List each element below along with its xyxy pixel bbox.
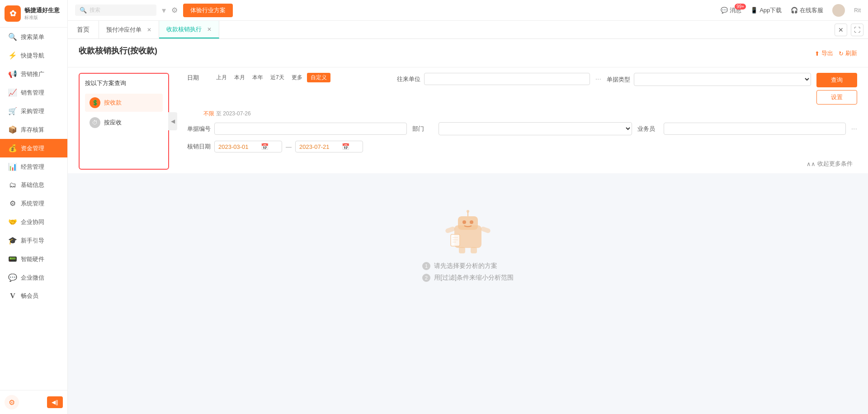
counterparty-more-icon[interactable]: ··· — [595, 75, 601, 83]
empty-tip-1: 1 请先选择要分析的方案 — [422, 262, 514, 270]
sidebar-item-inventory[interactable]: 📦 库存核算 — [0, 120, 67, 139]
page-header-row: 收款核销执行(按收款) ⬆ 导出 ↻ 刷新 — [68, 39, 868, 67]
user-avatar[interactable] — [832, 4, 845, 17]
tab-bar: 首页 预付冲应付单 ✕ 收款核销执行 ✕ ✕ ⛶ — [68, 21, 868, 39]
tab-writeoff-close[interactable]: ✕ — [207, 26, 212, 33]
writeoff-date-end-wrap: 📅 — [295, 141, 363, 152]
svg-rect-1 — [458, 216, 478, 230]
settings-bottom-icon[interactable]: ⚙ — [5, 395, 19, 409]
username-label: Rit — [854, 7, 861, 14]
doc-no-label: 单据编号 — [187, 125, 211, 133]
tab-prepay[interactable]: 预付冲应付单 ✕ — [99, 21, 159, 38]
sidebar-item-system[interactable]: ⚙ 系统管理 — [0, 194, 67, 213]
page-title: 收款核销执行(按收款) — [79, 45, 157, 56]
empty-state: 1 请先选择要分析的方案 2 用[过滤]条件来缩小分析范围 — [68, 173, 868, 318]
tab-home[interactable]: 首页 — [68, 21, 99, 38]
employee-more-icon[interactable]: ··· — [851, 125, 857, 133]
sidebar-item-member[interactable]: V 畅会员 — [0, 287, 67, 305]
doc-type-select[interactable] — [634, 73, 811, 86]
svg-point-5 — [467, 210, 469, 213]
calendar-end-icon[interactable]: 📅 — [342, 143, 349, 150]
tab-prepay-close[interactable]: ✕ — [147, 27, 151, 33]
dept-select[interactable] — [439, 122, 632, 135]
sidebar-item-basic-info[interactable]: 🗂 基础信息 — [0, 176, 67, 194]
employee-input[interactable] — [664, 123, 846, 135]
sidebar-item-wechat[interactable]: 💬 企业微信 — [0, 268, 67, 287]
tab-writeoff[interactable]: 收款核销执行 ✕ — [159, 21, 219, 38]
filter-row-1: 日期 上月 本月 本年 近7天 更多 自定义 往来单位 — [187, 73, 857, 105]
employee-label: 业务员 — [637, 125, 660, 133]
sidebar-collapse-button[interactable]: ◀‖ — [47, 396, 63, 408]
online-service-button[interactable]: 🎧 在线客服 — [791, 6, 823, 14]
hardware-icon: 📟 — [8, 255, 17, 263]
app-download-button[interactable]: 📱 App下载 — [750, 6, 782, 14]
filter-row-3: 核销日期 📅 — 📅 — [187, 141, 857, 152]
industry-solution-button[interactable]: 体验行业方案 — [183, 4, 233, 17]
sidebar-item-sales[interactable]: 📈 销售管理 — [0, 83, 67, 102]
header-right-area: 💬 消息 99+ 📱 App下载 🎧 在线客服 Rit — [721, 4, 861, 17]
this-month-btn[interactable]: 本月 — [231, 73, 248, 82]
app-logo-icon: ✿ — [5, 5, 21, 22]
basic-info-icon: 🗂 — [8, 181, 17, 189]
svg-rect-10 — [451, 234, 460, 246]
sidebar-item-purchase[interactable]: 🛒 采购管理 — [0, 102, 67, 120]
settings-button[interactable]: 设置 — [816, 90, 857, 105]
collapse-more-row: ∧∧ 收起更多条件 — [187, 158, 857, 170]
sidebar-item-shortcut[interactable]: ⚡ 快捷导航 — [0, 46, 67, 65]
writeoff-date-start-input[interactable] — [218, 143, 259, 150]
query-button[interactable]: 查询 — [816, 73, 857, 87]
wechat-icon: 💬 — [8, 273, 17, 282]
svg-rect-9 — [471, 247, 477, 253]
filter-sidebar-title: 按以下方案查询 — [85, 79, 163, 87]
svg-point-3 — [470, 220, 473, 224]
custom-date-btn[interactable]: 自定义 — [307, 73, 330, 82]
export-icon: ⬆ — [815, 50, 820, 57]
finance-icon: 💰 — [8, 144, 17, 152]
search-menu-icon: 🔍 — [8, 33, 17, 41]
svg-rect-8 — [459, 247, 465, 253]
writeoff-date-end-input[interactable] — [299, 143, 340, 150]
calendar-start-icon[interactable]: 📅 — [261, 143, 269, 150]
filter-option-by-receivable[interactable]: ⏱ 按应收 — [85, 114, 163, 132]
last-7-days-btn[interactable]: 近7天 — [268, 73, 287, 82]
message-button[interactable]: 💬 消息 99+ — [721, 6, 741, 14]
service-icon: 🎧 — [791, 7, 798, 14]
header-search[interactable]: 🔍 搜索 — [75, 5, 156, 16]
date-quick-btns: 上月 本月 本年 近7天 更多 自定义 — [213, 73, 330, 82]
sidebar-item-marketing[interactable]: 📢 营销推广 — [0, 65, 67, 83]
counterparty-input[interactable] — [424, 73, 590, 85]
dept-cell: 部门 — [412, 122, 632, 135]
this-year-btn[interactable]: 本年 — [250, 73, 266, 82]
sidebar-navigation: 🔍 搜索菜单 ⚡ 快捷导航 📢 营销推广 📈 销售管理 🛒 采购管理 📦 库存核… — [0, 28, 67, 390]
dept-label: 部门 — [412, 125, 435, 133]
sidebar-item-search[interactable]: 🔍 搜索菜单 — [0, 28, 67, 46]
tab-actions: ✕ ⛶ — [830, 21, 868, 38]
sidebar-item-enterprise[interactable]: 🤝 企业协同 — [0, 213, 67, 231]
last-month-btn[interactable]: 上月 — [213, 73, 230, 82]
main-area: 🔍 搜索 ▾ ⚙ 体验行业方案 💬 消息 99+ 📱 App下载 🎧 在线客服 … — [68, 0, 868, 414]
by-receipt-icon: 💲 — [90, 97, 100, 108]
filter-sidebar-collapse-btn[interactable]: ◀ — [168, 112, 177, 130]
header-gear-icon[interactable]: ⚙ — [171, 6, 178, 14]
export-button[interactable]: ⬆ 导出 — [815, 49, 833, 57]
doc-no-input[interactable] — [214, 123, 407, 135]
sidebar-item-guide[interactable]: 🎓 新手引导 — [0, 231, 67, 250]
employee-cell: 业务员 ··· — [637, 123, 857, 135]
date-filter-cell: 日期 上月 本月 本年 近7天 更多 自定义 — [187, 73, 392, 82]
collapse-more-button[interactable]: ∧∧ 收起更多条件 — [802, 158, 857, 170]
guide-icon: 🎓 — [8, 236, 17, 245]
top-header: 🔍 搜索 ▾ ⚙ 体验行业方案 💬 消息 99+ 📱 App下载 🎧 在线客服 … — [68, 0, 868, 21]
logo-area: ✿ 畅捷通好生意 标准版 — [0, 0, 67, 28]
more-date-btn[interactable]: 更多 — [289, 73, 305, 82]
sidebar-item-hardware[interactable]: 📟 智能硬件 — [0, 250, 67, 268]
sidebar-item-finance[interactable]: 💰 资金管理 — [0, 139, 67, 157]
app-icon: 📱 — [750, 7, 758, 14]
tab-close-all-button[interactable]: ✕ — [835, 24, 847, 36]
tab-maximize-button[interactable]: ⛶ — [851, 24, 863, 36]
writeoff-date-start-wrap: 📅 — [214, 141, 282, 152]
counterparty-label: 往来单位 — [397, 75, 420, 83]
filter-option-by-receipt[interactable]: 💲 按收款 — [85, 94, 163, 112]
sidebar-item-management[interactable]: 📊 经营管理 — [0, 157, 67, 176]
dropdown-arrow-icon[interactable]: ▾ — [162, 5, 166, 15]
refresh-button[interactable]: ↻ 刷新 — [839, 49, 857, 57]
